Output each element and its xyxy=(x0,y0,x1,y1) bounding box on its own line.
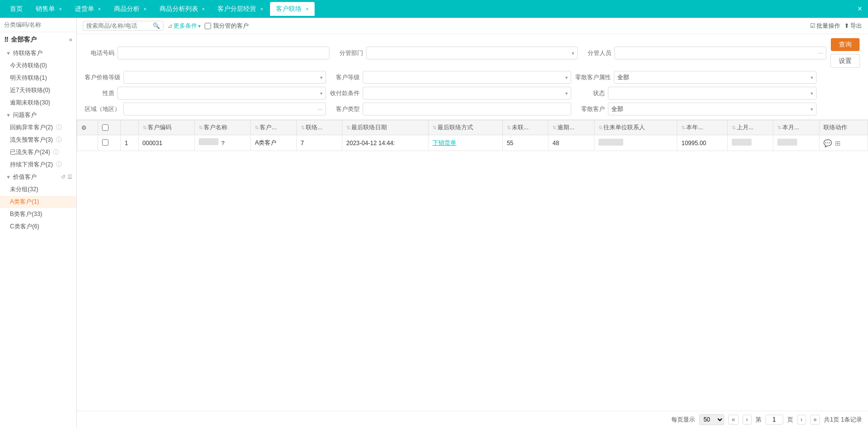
sidebar-item-declining[interactable]: 持续下滑客户(2) ⓘ xyxy=(0,159,76,171)
select-all-checkbox[interactable] xyxy=(102,124,108,131)
field-phone-input[interactable] xyxy=(117,47,329,59)
settings-button[interactable]: 设置 xyxy=(830,54,860,68)
batch-op-btn[interactable]: ☑ 批量操作 xyxy=(810,22,840,30)
td-last-method[interactable]: 下销货单 xyxy=(429,135,503,151)
field-customer-level-input[interactable]: ▾ xyxy=(363,71,571,84)
td-name[interactable]: ？ xyxy=(195,135,251,151)
td-index: 1 xyxy=(120,135,138,151)
sidebar-item-tomorrow[interactable]: 明天待联络(1) xyxy=(0,72,76,84)
search-input[interactable] xyxy=(86,22,151,29)
field-scatter-attr-input[interactable]: 全部 ▾ xyxy=(614,71,816,84)
field-dept-input[interactable]: ▾ xyxy=(366,47,578,59)
th-unit-contacts[interactable]: ⇅往来单位联系人 xyxy=(594,120,677,135)
sidebar-item-overdue[interactable]: 逾期未联络(30) xyxy=(0,97,76,109)
sidebar-item-7days[interactable]: 近7天待联络(0) xyxy=(0,84,76,97)
sort-icon-unit: ⇅ xyxy=(598,125,602,130)
nav-tab-analysis-list[interactable]: 商品分析列表 × xyxy=(154,2,211,16)
nav-tab-sales-close[interactable]: × xyxy=(59,6,62,12)
qr-icon[interactable]: ⊞ xyxy=(835,139,841,147)
next-page-btn[interactable]: › xyxy=(797,415,806,425)
last-method-link[interactable]: 下销货单 xyxy=(433,139,456,146)
window-close-btn[interactable]: × xyxy=(856,2,864,15)
field-nature-input[interactable]: ▾ xyxy=(117,87,326,100)
my-customers-checkbox[interactable] xyxy=(205,23,211,29)
nav-tab-customer-seg[interactable]: 客户分层经营 × xyxy=(212,2,269,16)
td-code[interactable]: 000031 xyxy=(138,135,194,151)
th-overdue[interactable]: ⇅逾期... xyxy=(548,120,594,135)
nav-tab-purchase[interactable]: 进货单 × xyxy=(69,2,107,16)
my-customers-checkbox-wrap[interactable]: 我分管的客户 xyxy=(205,22,249,30)
nav-tab-customer-contact[interactable]: 客户联络 × xyxy=(270,2,315,16)
sidebar-search-input[interactable] xyxy=(4,21,77,28)
field-customer-level-label: 客户等级 xyxy=(330,73,360,82)
sidebar-item-today[interactable]: 今天待联络(0) xyxy=(0,59,76,72)
nav-tab-customer-seg-close[interactable]: × xyxy=(260,6,263,12)
field-region: 区域（地区） ··· xyxy=(85,103,326,115)
field-nature: 性质 ▾ xyxy=(85,87,326,100)
export-btn[interactable]: ⬆ 导出 xyxy=(844,22,862,30)
th-this-year[interactable]: ⇅本年... xyxy=(677,120,727,135)
row-checkbox[interactable] xyxy=(102,139,108,146)
td-checkbox[interactable] xyxy=(98,135,120,151)
field-price-level-input[interactable]: ▾ xyxy=(123,71,326,84)
settings-icon[interactable]: ⚙ xyxy=(81,124,87,131)
th-contact[interactable]: ⇅联络... xyxy=(296,120,342,135)
sidebar-item-a-class[interactable]: A类客户(1) xyxy=(0,196,76,208)
per-page-label: 每页显示 xyxy=(671,416,695,424)
th-checkbox[interactable] xyxy=(98,120,120,135)
add-group-icon[interactable]: ☰ xyxy=(67,174,72,180)
th-last-month[interactable]: ⇅上月... xyxy=(727,120,773,135)
more-filters-btn[interactable]: ⊿ 更多条件 ▾ xyxy=(167,22,201,30)
sidebar-group-problem[interactable]: ▼ 问题客户 xyxy=(0,109,76,121)
field-customer-type-input[interactable] xyxy=(363,103,571,115)
nav-tab-analysis[interactable]: 商品分析 × xyxy=(108,2,153,16)
scatter-customer-dropdown-icon: ▾ xyxy=(811,107,813,112)
sort-icon-no-contact: ⇅ xyxy=(507,125,511,130)
pending-arrow-icon: ▼ xyxy=(6,51,11,56)
nav-tab-purchase-close[interactable]: × xyxy=(98,6,101,12)
sidebar-item-churned[interactable]: 已流失客户(24) ⓘ xyxy=(0,146,76,159)
nav-tab-customer-contact-label: 客户联络 xyxy=(276,4,302,13)
prev-page-btn[interactable]: ‹ xyxy=(743,415,752,425)
sidebar-all-customers[interactable]: ⠿ 全部客户 « xyxy=(0,32,76,47)
sort-icon-type: ⇅ xyxy=(255,125,259,130)
th-settings[interactable]: ⚙ xyxy=(77,120,98,135)
page-input[interactable] xyxy=(765,415,783,425)
query-button[interactable]: 查询 xyxy=(831,38,860,51)
per-page-select[interactable]: 50 100 200 xyxy=(699,414,724,425)
sidebar-item-ungrouped[interactable]: 未分组(32) xyxy=(0,183,76,196)
search-icon[interactable]: 🔍 xyxy=(153,22,160,29)
sidebar-item-churn-warning[interactable]: 流失预警客户(3) ⓘ xyxy=(0,134,76,146)
field-region-input[interactable]: ··· xyxy=(123,103,326,115)
field-scatter-customer-input[interactable]: 全部 ▾ xyxy=(608,103,816,115)
sidebar-group-pending[interactable]: ▼ 待联络客户 xyxy=(0,47,76,59)
th-last-method[interactable]: ⇅最后联络方式 xyxy=(429,120,503,135)
th-this-month[interactable]: ⇅本月... xyxy=(773,120,819,135)
sidebar-item-b-class[interactable]: B类客户(33) xyxy=(0,208,76,220)
sidebar-item-b-class-label: B类客户(33) xyxy=(10,210,42,218)
th-code[interactable]: ⇅客户编码 xyxy=(138,120,194,135)
th-type[interactable]: ⇅客户... xyxy=(251,120,296,135)
sidebar-item-tomorrow-label: 明天待联络(1) xyxy=(10,74,47,82)
nav-home[interactable]: 首页 xyxy=(4,2,29,16)
sidebar-group-value[interactable]: ▼ 价值客户 ↺ ☰ xyxy=(0,171,76,183)
field-price-level: 客户价格等级 ▾ xyxy=(85,71,326,84)
refresh-icon[interactable]: ↺ xyxy=(61,174,65,180)
field-customer-type-label: 客户类型 xyxy=(330,105,360,113)
first-page-btn[interactable]: « xyxy=(728,415,739,425)
th-last-date[interactable]: ⇅最后联络日期 xyxy=(342,120,429,135)
sidebar-item-repurchase-abnormal[interactable]: 回购异常客户(2) ⓘ xyxy=(0,121,76,134)
sidebar-collapse-icon[interactable]: « xyxy=(69,36,72,43)
nav-tab-analysis-list-close[interactable]: × xyxy=(202,6,205,12)
field-payment-input[interactable]: ▾ xyxy=(363,87,571,100)
message-icon[interactable]: 💬 xyxy=(823,139,832,147)
field-manager-input[interactable]: ··· xyxy=(614,47,826,59)
th-no-contact[interactable]: ⇅未联... xyxy=(502,120,548,135)
sidebar-item-c-class[interactable]: C类客户(6) xyxy=(0,220,76,233)
last-page-btn[interactable]: » xyxy=(810,415,820,425)
nav-tab-analysis-close[interactable]: × xyxy=(144,6,147,12)
nav-tab-customer-contact-close[interactable]: × xyxy=(306,6,309,12)
field-status-input[interactable]: ▾ xyxy=(608,87,816,100)
nav-tab-sales[interactable]: 销售单 × xyxy=(30,2,68,16)
th-name[interactable]: ⇅客户名称 xyxy=(195,120,251,135)
